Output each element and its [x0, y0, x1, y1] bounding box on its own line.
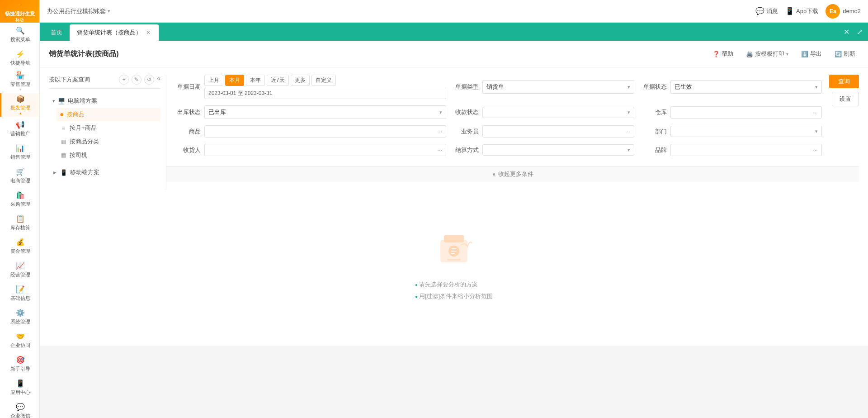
export-btn[interactable]: ⬇️ 导出 — [797, 48, 826, 60]
sidebar-item-inventory[interactable]: 📋 库存核算 — [0, 211, 39, 234]
sidebar-item-label: 营销推广 — [10, 130, 30, 137]
mobile-section-header[interactable]: ► 📱 移动端方案 — [49, 166, 160, 179]
desktop-section-header[interactable]: ▾ 🖥️ 电脑端方案 — [49, 94, 160, 108]
salesperson-more-icon[interactable]: ··· — [625, 128, 630, 135]
doc-type-control[interactable]: 销货单 ▾ — [482, 80, 634, 94]
tab-sales-stats[interactable]: 销货单统计表（按商品） ✕ — [70, 24, 159, 41]
breadcrumb[interactable]: 办公用品行业模拟账套 ▾ — [47, 7, 110, 15]
recipient-control[interactable]: ··· — [204, 144, 446, 156]
product-control[interactable]: ··· — [204, 125, 446, 138]
tab-home[interactable]: 首页 — [43, 24, 70, 41]
receipt-status-control[interactable]: ▾ — [482, 107, 634, 118]
collapse-more-icon: ∧ — [492, 171, 496, 178]
tree-item-by-category[interactable]: ▦ 按商品分类 — [56, 135, 160, 148]
receipt-status-field: 收款状态 ▾ — [453, 107, 634, 118]
payment-control[interactable]: ▾ — [482, 144, 634, 156]
sidebar-item-app-center[interactable]: 📱 应用中心 — [0, 375, 39, 399]
close-tab-btn[interactable]: ✕ — [842, 26, 851, 38]
app-logo[interactable]: 🔸 畅捷通好生意标版 — [0, 0, 39, 23]
svg-rect-1 — [444, 235, 464, 242]
date-btn-this-month[interactable]: 本月 — [225, 75, 244, 86]
receipt-status-label: 收款状态 — [453, 108, 479, 116]
ecom-icon: 🛒 — [16, 167, 25, 176]
salesperson-control[interactable]: ··· — [482, 125, 634, 138]
sidebar-item-enterprise-collab[interactable]: 🤝 企业协同 — [0, 328, 39, 352]
inventory-icon: 📋 — [16, 214, 25, 223]
empty-tip-2: 用[过滤]条件来缩小分析范围 — [415, 290, 493, 302]
tree-item-by-month-product[interactable]: ≡ 按月+商品 — [56, 121, 160, 135]
sidebar-item-ecom[interactable]: 🛒 电商管理 — [0, 164, 39, 187]
active-dot-icon: ● — [60, 111, 64, 118]
mobile-section: ► 📱 移动端方案 — [49, 166, 160, 179]
date-range-display[interactable]: 2023-03-01 至 2023-03-31 — [204, 88, 446, 99]
sidebar-item-label: 库存核算 — [10, 224, 30, 231]
settings-button[interactable]: 设置 — [832, 92, 859, 106]
purchase-icon: 🛍️ — [16, 191, 25, 200]
sidebar-item-operations[interactable]: 📈 经营管理 — [0, 258, 39, 281]
query-button[interactable]: 查询 — [829, 75, 859, 88]
mobile-section-label: 移动端方案 — [70, 168, 99, 176]
warehouse-control[interactable]: ··· — [670, 106, 822, 119]
logo-icon: 🔸 — [15, 0, 25, 10]
app-center-icon: 📱 — [16, 379, 25, 388]
refresh-scheme-btn[interactable]: ↺ — [144, 75, 154, 85]
out-status-value: 已出库 — [208, 108, 438, 116]
tab-close-icon[interactable]: ✕ — [145, 28, 151, 37]
expand-tab-btn[interactable]: ⤢ — [855, 26, 864, 38]
brand-control[interactable]: ··· — [670, 144, 822, 156]
sidebar-item-label: 系统管理 — [10, 318, 30, 325]
chevron-right-icon: ► — [52, 170, 57, 175]
filter-row-2: 出库状态 已出库 ▾ 收款状态 — [175, 105, 822, 119]
sidebar-item-system[interactable]: ⚙️ 系统管理 — [0, 305, 39, 328]
message-btn[interactable]: 💬 消息 — [755, 7, 778, 15]
sidebar-item-wholesale[interactable]: 📦 批发管理 ▴ — [0, 93, 39, 117]
product-field: 商品 ··· — [175, 125, 446, 138]
product-more-icon[interactable]: ··· — [437, 128, 442, 135]
svg-rect-4 — [451, 251, 457, 252]
date-btn-custom[interactable]: 自定义 — [311, 75, 336, 86]
sidebar-item-search[interactable]: 🔍 搜索菜单 — [0, 23, 39, 46]
sidebar-item-marketing[interactable]: 📢 营销推广 — [0, 117, 39, 140]
basic-info-icon: 📝 — [16, 285, 25, 294]
add-scheme-btn[interactable]: + — [119, 75, 129, 85]
warehouse-more-icon[interactable]: ··· — [813, 109, 818, 116]
date-btn-this-year[interactable]: 本年 — [246, 75, 265, 86]
sidebar-item-quick-nav[interactable]: ⚡ 快捷导航 — [0, 46, 39, 70]
collapse-icon: « — [157, 75, 160, 82]
empty-state: 请先选择要分析的方案 用[过滤]条件来缩小分析范围 — [49, 190, 859, 338]
brand-more-icon[interactable]: ··· — [813, 147, 818, 153]
tree-item-by-warehouse[interactable]: ▦ 按司机 — [56, 148, 160, 162]
right-area: 单据日期 上月 本月 本年 近7天 更多 自定义 — [166, 75, 859, 190]
edit-scheme-btn[interactable]: ✎ — [132, 75, 142, 85]
sidebar-item-retail[interactable]: 🏪 零售管理 ▾ — [0, 70, 39, 93]
sidebar-item-purchase[interactable]: 🛍️ 采购管理 — [0, 187, 39, 211]
filter-panel-title: 按以下方案查询 — [49, 76, 90, 84]
sidebar-item-basic-info[interactable]: 📝 基础信息 — [0, 281, 39, 305]
doc-status-control[interactable]: 已生效 ▾ — [670, 80, 822, 94]
sidebar-item-label: 销售管理 — [10, 154, 30, 160]
tree-item-by-product[interactable]: ● 按商品 — [56, 108, 160, 121]
out-status-control[interactable]: 已出库 ▾ — [204, 105, 446, 119]
date-btn-more[interactable]: 更多 — [291, 75, 310, 86]
dept-control[interactable]: ▾ — [670, 126, 822, 137]
sidebar-item-label: 零售管理 — [10, 81, 30, 87]
date-btn-last-month[interactable]: 上月 — [204, 75, 223, 86]
sidebar-item-sales-mgmt[interactable]: 📊 销售管理 — [0, 140, 39, 164]
sidebar-item-label: 资金管理 — [10, 248, 30, 254]
collapse-more-btn[interactable]: ∧ 收起更多条件 — [166, 166, 859, 182]
sidebar-item-finance[interactable]: 💰 资金管理 — [0, 234, 39, 258]
date-btn-7days[interactable]: 近7天 — [267, 75, 289, 86]
app-download-btn[interactable]: 📱 App下载 — [785, 7, 818, 15]
help-btn[interactable]: ❓ 帮助 — [709, 48, 737, 60]
tree-item-label: 按商品 — [67, 110, 85, 119]
refresh-label: 刷新 — [844, 50, 855, 58]
refresh-btn[interactable]: 🔄 刷新 — [831, 48, 859, 60]
panel-collapse-btn[interactable]: « — [157, 75, 160, 85]
sidebar-item-enterprise-wechat[interactable]: 💬 企业微信 — [0, 399, 39, 418]
warehouse-label: 仓库 — [642, 108, 667, 116]
sidebar-item-newbie[interactable]: 🎯 新手引导 — [0, 352, 39, 375]
template-print-btn[interactable]: 🖨️ 按模板打印 ▾ — [742, 48, 792, 60]
recipient-more-icon[interactable]: ··· — [437, 147, 442, 153]
user-menu[interactable]: Ea demo2 — [826, 4, 861, 19]
home-tab-label: 首页 — [51, 28, 62, 37]
